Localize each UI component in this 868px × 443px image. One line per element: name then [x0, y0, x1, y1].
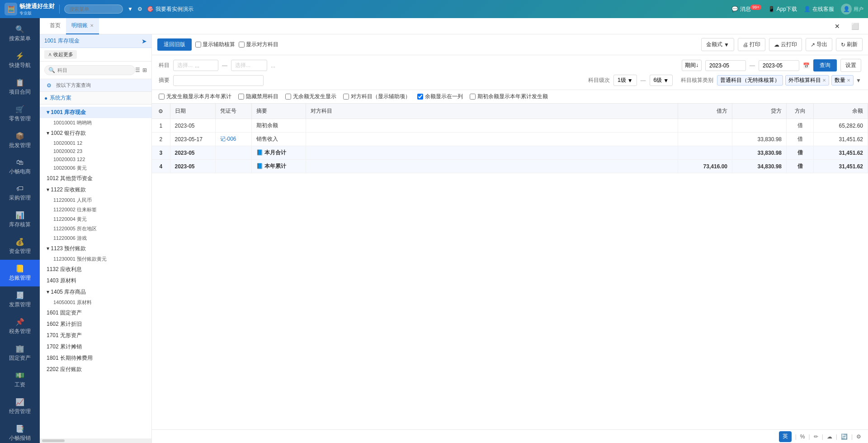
sidebar-item-mgmt[interactable]: 📈 经营管理 [0, 393, 40, 420]
period-select[interactable]: 期间↓ [682, 60, 702, 71]
account-tree-scrollbar[interactable] [40, 438, 151, 443]
show-aux-checkbox-label[interactable]: 显示辅助核算 [195, 41, 235, 48]
account-search-input[interactable] [57, 67, 85, 73]
online-service-button[interactable]: 👤 在线客服 [804, 5, 834, 13]
option-one-col[interactable]: 余额显示在一列 [417, 93, 463, 100]
scrollbar-thumb[interactable] [42, 439, 65, 442]
show-contra-checkbox-label[interactable]: 显示对方科目 [239, 41, 278, 48]
translate-button[interactable]: 英 [779, 431, 792, 442]
category-dropdown-icon[interactable]: ▼ [856, 77, 861, 84]
edit-icon[interactable]: ✏ [814, 433, 818, 440]
tree-item-1801[interactable]: 1801 长期待摊费用 [40, 352, 151, 364]
calendar-icon[interactable]: 📅 [803, 62, 810, 69]
tree-item-1132[interactable]: 1132 应收利息 [40, 264, 151, 275]
checkbox-no-balance[interactable] [159, 94, 165, 100]
level-to-select[interactable]: 6级 ▼ [650, 75, 673, 86]
sidebar-item-tax[interactable]: 📌 税务管理 [0, 313, 40, 340]
option-no-balance[interactable]: 无发生额显示本月本年累计 [159, 93, 231, 100]
sidebar-item-invoice[interactable]: 🧾 发票管理 [0, 286, 40, 313]
sidebar-item-retail[interactable]: 🛒 零售管理 [0, 100, 40, 127]
checkbox-no-contra[interactable] [285, 94, 291, 100]
sidebar-item-purchase[interactable]: 🏷 采购管理 [0, 180, 40, 206]
app-dropdown[interactable]: ▼ [127, 6, 133, 12]
sidebar-item-salary[interactable]: 💵 工资 [0, 367, 40, 393]
checkbox-one-col[interactable] [417, 94, 423, 100]
tree-item-14050001[interactable]: 14050001 原材料 [40, 298, 151, 307]
user-area[interactable]: 👤 用户 [841, 4, 863, 14]
sidebar-item-report[interactable]: 📑 小畅报销 [0, 420, 40, 443]
tree-item-10020006[interactable]: 10020006 黄元 [40, 163, 151, 173]
global-search-input[interactable] [64, 5, 123, 14]
col-gear[interactable]: ⚙ [152, 104, 170, 119]
tree-item-1012[interactable]: 1012 其他货币资金 [40, 173, 151, 184]
level-from-select[interactable]: 1级 ▼ [613, 75, 637, 86]
option-show-contra-aux[interactable]: 对方科目（显示辅助项） [343, 93, 410, 100]
window-close-button[interactable]: ✕ [830, 20, 844, 32]
app-download-button[interactable]: 📱 App下载 [768, 5, 797, 13]
sidebar-item-inventory[interactable]: 📊 库存核算 [0, 206, 40, 233]
summary-input[interactable] [173, 75, 264, 86]
tab-home[interactable]: 首页 [44, 18, 66, 34]
navigate-account-button[interactable]: ➤ [142, 38, 147, 45]
tree-item-1702[interactable]: 1702 累计摊销 [40, 341, 151, 352]
list-view-icon[interactable]: ☰ [135, 67, 140, 73]
tree-item-11220006[interactable]: 11220006 游戏 [40, 233, 151, 243]
demo-link[interactable]: 🎯 我要看实例演示 [147, 5, 193, 13]
tree-item-11220005[interactable]: 11220005 所在地区 [40, 224, 151, 233]
tree-view-icon[interactable]: ⊞ [142, 67, 147, 73]
option-show-year-acc[interactable]: 期初余额显示本年累计发生额 [470, 93, 548, 100]
voucher-link-2[interactable]: 记-006 [220, 136, 236, 142]
tree-item-1602[interactable]: 1602 累计折旧 [40, 319, 151, 330]
show-aux-checkbox[interactable] [195, 42, 201, 48]
tree-item-1701[interactable]: 1701 无形资产 [40, 330, 151, 341]
tree-item-10020002[interactable]: 10020002 23 [40, 147, 151, 155]
subject-to-input[interactable]: 选择... [231, 60, 267, 71]
expand-more-button[interactable]: ∧ 收起更多 [44, 50, 77, 59]
format-button[interactable]: 金额式 ▼ [701, 38, 734, 51]
tab-ledger[interactable]: 明细账 ✕ [66, 18, 99, 34]
tree-item-1601[interactable]: 1601 固定资产 [40, 307, 151, 319]
header-gear-button[interactable]: ⚙ [137, 6, 142, 12]
filter-settings-button[interactable]: 设置 [840, 59, 861, 72]
option-no-contra[interactable]: 无余额无发生显示 [285, 93, 336, 100]
window-maximize-button[interactable]: ⬜ [847, 20, 863, 32]
checkbox-hide-disabled[interactable] [238, 94, 244, 100]
tree-item-11220004[interactable]: 11220004 黄元 [40, 214, 151, 224]
export-button[interactable]: ↗ 导出 [806, 38, 832, 51]
sidebar-item-ecommerce[interactable]: 🛍 小畅电商 [0, 154, 40, 180]
tree-item-11230001[interactable]: 11230001 预付账款黄元 [40, 254, 151, 264]
cloud2-icon[interactable]: 🔄 [841, 433, 848, 440]
scheme-name[interactable]: 系统方案 [50, 94, 71, 102]
refresh-button[interactable]: ↻ 刷新 [836, 38, 863, 51]
print-button[interactable]: 🖨 打印 [738, 38, 765, 51]
cloud-icon[interactable]: ☁ [827, 433, 832, 440]
sidebar-item-wholesale[interactable]: 📦 批发管理 [0, 127, 40, 154]
scheme-config-icon[interactable]: ⚙ [47, 82, 52, 89]
cloud-print-button[interactable]: ☁ 云打印 [769, 38, 802, 51]
sidebar-item-accounting[interactable]: 📒 总账管理 [0, 260, 40, 286]
back-old-version-button[interactable]: 退回旧版 [157, 38, 192, 51]
sidebar-item-project[interactable]: 📋 项目合同 [0, 74, 40, 100]
tab-close-icon[interactable]: ✕ [90, 23, 94, 28]
tree-item-2202[interactable]: 2202 应付账款 [40, 364, 151, 375]
tree-item-11220001[interactable]: 11220001 人民币 [40, 195, 151, 205]
query-button[interactable]: 查询 [813, 59, 837, 71]
tree-item-11220002[interactable]: 11220002 往来标签 [40, 205, 151, 214]
tree-item-10010001[interactable]: 10010001 哟哟哟 [40, 118, 151, 128]
tree-item-10020001[interactable]: 10020001 12 [40, 139, 151, 147]
option-hide-disabled[interactable]: 隐藏禁用科目 [238, 93, 278, 100]
message-button[interactable]: 💬 消息 99+ [731, 5, 761, 13]
sidebar-item-assets[interactable]: 🏢 固定资产 [0, 340, 40, 367]
subject-input[interactable]: 选择... ... [173, 60, 218, 71]
period-start-input[interactable] [705, 60, 746, 71]
checkbox-show-year-acc[interactable] [470, 94, 476, 100]
sidebar-item-search[interactable]: 🔍 搜索菜单 [0, 20, 40, 47]
tree-item-1002[interactable]: ▾ 1002 银行存款 [40, 128, 151, 139]
tree-item-1403[interactable]: 1403 原材料 [40, 275, 151, 286]
percent-icon[interactable]: % [800, 433, 805, 440]
show-contra-checkbox[interactable] [239, 42, 245, 48]
tree-item-1122[interactable]: ▾ 1122 应收账款 [40, 184, 151, 195]
tag-foreign-close[interactable]: ✕ [822, 78, 826, 83]
sidebar-item-quick[interactable]: ⚡ 快捷导航 [0, 47, 40, 74]
sidebar-item-finance[interactable]: 💰 资金管理 [0, 233, 40, 260]
